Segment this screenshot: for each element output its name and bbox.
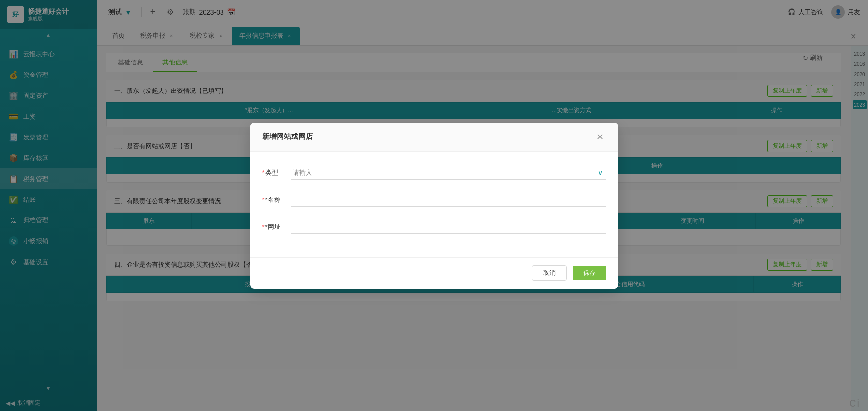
modal-overlay[interactable]: 新增网站或网店 ✕ * 类型 ∨ * *名称: [0, 0, 868, 411]
form-row-url: * *网址: [262, 220, 606, 234]
form-label-type: * 类型: [262, 168, 291, 177]
modal-close-btn[interactable]: ✕: [593, 131, 606, 143]
label-text-type: 类型: [265, 168, 278, 177]
url-input[interactable]: [291, 220, 606, 234]
form-label-name: * *名称: [262, 196, 291, 204]
name-field-wrap: [291, 193, 606, 207]
type-dropdown-icon: ∨: [598, 169, 603, 177]
save-button[interactable]: 保存: [573, 266, 606, 280]
label-text-name: *名称: [265, 196, 280, 204]
form-row-name: * *名称: [262, 193, 606, 207]
url-field-wrap: [291, 220, 606, 234]
modal-title: 新增网站或网店: [262, 132, 313, 141]
modal-footer: 取消 保存: [250, 257, 618, 289]
form-row-type: * 类型 ∨: [262, 166, 606, 180]
modal-body: * 类型 ∨ * *名称 *: [250, 152, 618, 257]
form-label-url: * *网址: [262, 223, 291, 231]
modal-header: 新增网站或网店 ✕: [250, 123, 618, 152]
cancel-button[interactable]: 取消: [532, 265, 567, 281]
name-input[interactable]: [291, 193, 606, 207]
type-field-wrap: ∨: [291, 166, 606, 180]
label-text-url: *网址: [265, 223, 280, 231]
type-input[interactable]: [291, 166, 606, 180]
modal-add-website: 新增网站或网店 ✕ * 类型 ∨ * *名称: [250, 123, 618, 289]
